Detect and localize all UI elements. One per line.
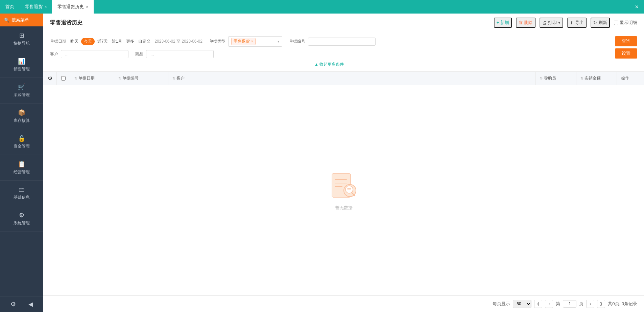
last-page-button[interactable]: ⟫ [597,300,605,308]
window-close-button[interactable]: × [629,3,644,10]
sidebar-item-system-label: 系统管理 [14,220,30,226]
th-customer-label: 客户 [176,75,185,81]
th-operation: 操作 [617,72,644,85]
empty-icon [327,170,361,201]
empty-state: 暂无数据 [43,85,644,295]
sidebar-search-label: 搜索菜单 [11,17,29,23]
sidebar-item-finance-label: 资金管理 [14,143,30,149]
search-icon: 🔍 [4,18,9,23]
date-label: 单据日期 [50,39,66,44]
show-detail-checkbox-label[interactable]: 显示明细 [614,20,637,26]
select-all-checkbox[interactable] [61,76,66,81]
add-button[interactable]: + 新增 [494,18,512,28]
sidebar-item-purchase[interactable]: 🛒 采购管理 [0,78,43,104]
sidebar-item-quick-nav[interactable]: ⊞ 快捷导航 [0,26,43,52]
sales-icon: 📊 [18,58,25,65]
sidebar-item-sales-label: 销售管理 [14,66,30,72]
tab-home[interactable]: 首页 [0,0,20,14]
doc-type-tag-close[interactable]: × [251,40,253,43]
th-checkbox[interactable] [57,72,70,85]
collapse-sidebar-icon[interactable]: ◀ [28,300,33,308]
tab-retail-return[interactable]: 零售退货 × [20,0,52,14]
date-btn-today[interactable]: 今天 [81,38,95,45]
sidebar-item-inventory[interactable]: 📦 库存核算 [0,104,43,129]
th-settings[interactable]: ⚙ [43,72,57,85]
filter-area: 单据日期 昨天 今天 近7天 近1月 更多 自定义 2023-06-02 至 2… [43,32,644,72]
table-settings-icon[interactable]: ⚙ [48,75,52,82]
tab-list: 首页 零售退货 × 零售退货历史 × [0,0,629,14]
sort-doc-num-icon[interactable]: ⇅ [118,76,121,80]
th-amount-label: 实销金额 [585,75,601,81]
collapse-filter-button[interactable]: ▲ 收起更多条件 [314,62,344,67]
th-date: ⇅ 单据日期 [70,72,114,85]
print-icon: 🖨 [542,20,547,25]
settings-button[interactable]: 设置 [615,48,637,59]
settings-bottom-icon[interactable]: ⚙ [10,300,16,308]
main-layout: 🔍 搜索菜单 ⊞ 快捷导航 📊 销售管理 🛒 采购管理 📦 库存核算 🔒 资金管… [0,14,644,312]
doc-type-label: 单据类型 [209,39,225,44]
customer-filter: 客户 ... [50,50,128,58]
sort-amount-icon[interactable]: ⇅ [580,76,583,80]
date-btn-7days[interactable]: 近7天 [96,38,109,45]
doc-type-value: 零售退货 [234,39,250,44]
filter-row-2: 客户 ... 商品 ... [50,50,608,58]
customer-input[interactable]: ... [61,50,128,58]
sidebar-item-system[interactable]: ⚙ 系统管理 [0,206,43,232]
operations-icon: 📋 [18,160,25,168]
table-container: ⚙ ⇅ 单据日期 ⇅ 单据编号 ⇅ 客户 ⇅ [43,72,644,295]
base-info-icon: 🗃 [19,186,25,193]
sidebar-item-operations[interactable]: 📋 经营管理 [0,155,43,181]
sidebar-item-sales[interactable]: 📊 销售管理 [0,52,43,78]
sort-guide-icon[interactable]: ⇅ [540,76,543,80]
show-detail-label: 显示明细 [620,20,637,26]
sidebar-item-finance[interactable]: 🔒 资金管理 [0,129,43,155]
tab-retail-return-close[interactable]: × [45,5,47,9]
sort-date-icon[interactable]: ⇅ [74,76,77,80]
tab-retail-return-history[interactable]: 零售退货历史 × [52,0,93,14]
customer-label: 客户 [50,51,58,57]
page-title: 零售退货历史 [50,19,82,26]
export-button[interactable]: ⬆ 导出 [567,18,587,28]
sidebar-search[interactable]: 🔍 搜索菜单 [0,14,43,26]
tab-retail-return-history-close[interactable]: × [86,5,88,9]
date-btn-more[interactable]: 更多 [125,38,136,45]
date-btn-custom[interactable]: 自定义 [137,38,152,45]
date-btn-1month[interactable]: 近1月 [111,38,124,45]
doc-type-filter: 单据类型 零售退货 × ▾ [209,36,282,47]
doc-num-label: 单据编号 [289,39,305,44]
th-customer: ⇅ 客户 [168,72,536,85]
purchase-icon: 🛒 [18,83,25,91]
delete-button[interactable]: 🗑 删除 [516,18,536,28]
tab-retail-return-history-label: 零售退货历史 [57,4,84,10]
pagination: 每页显示 50 100 200 ⟪ ‹ 第 页 › ⟫ 共0页, 0条记录 [43,295,644,312]
date-filter: 单据日期 昨天 今天 近7天 近1月 更多 自定义 2023-06-02 至 2… [50,38,202,45]
th-doc-num-label: 单据编号 [122,75,139,81]
sidebar-bottom: ⚙ ◀ [0,296,43,312]
doc-type-arrow-icon: ▾ [278,40,279,43]
print-button[interactable]: 🖨 🖨 打印 打印 ▾ [540,18,563,28]
th-operation-label: 操作 [621,75,629,81]
per-page-select[interactable]: 50 100 200 [513,300,531,308]
tab-home-label: 首页 [5,4,14,10]
query-button[interactable]: 查询 [615,36,637,46]
doc-num-filter: 单据编号 [289,38,376,46]
tab-retail-return-label: 零售退货 [25,4,43,10]
collapse-label: ▲ 收起更多条件 [314,62,344,67]
doc-type-select[interactable]: 零售退货 × ▾ [228,36,282,47]
goods-label: 商品 [135,51,143,57]
doc-num-input[interactable] [308,38,376,46]
sort-customer-icon[interactable]: ⇅ [172,76,175,80]
total-records-label: 共0页, 0条记录 [608,301,637,307]
export-icon: ⬆ [570,20,574,25]
svg-point-5 [345,186,353,193]
refresh-button[interactable]: ↻ 刷新 [591,18,610,28]
date-btn-yesterday[interactable]: 昨天 [69,38,80,45]
next-page-button[interactable]: › [586,300,594,308]
show-detail-checkbox[interactable] [614,21,618,25]
th-date-label: 单据日期 [78,75,95,81]
sidebar-item-base-info[interactable]: 🗃 基础信息 [0,181,43,206]
goods-input[interactable]: ... [146,50,214,58]
first-page-button[interactable]: ⟪ [534,300,542,308]
prev-page-button[interactable]: ‹ [545,300,553,308]
page-number-input[interactable] [563,300,576,308]
